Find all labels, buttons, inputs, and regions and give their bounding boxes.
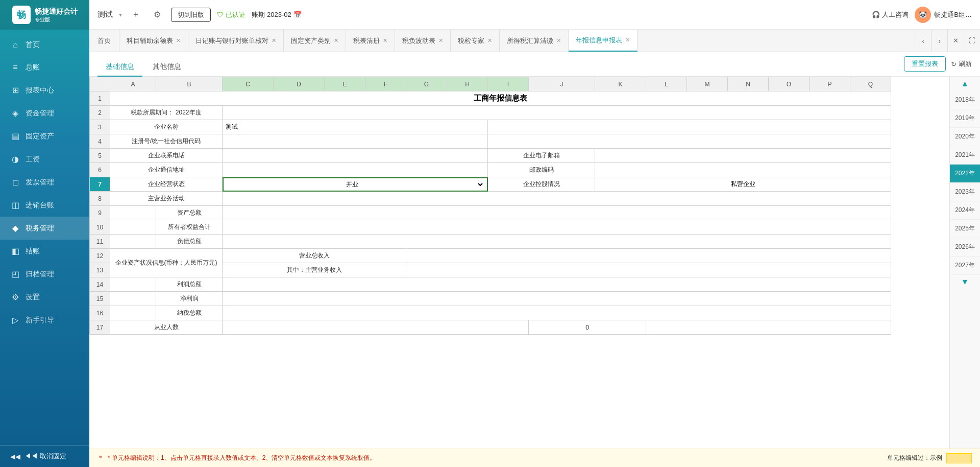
ledger-icon: ≡ xyxy=(10,63,20,72)
sidebar-item-invoice[interactable]: ◻ 发票管理 xyxy=(0,171,89,194)
sidebar-item-inout[interactable]: ◫ 进销台账 xyxy=(0,194,89,217)
col-H[interactable]: H xyxy=(447,77,488,91)
r15-value[interactable] xyxy=(223,292,891,306)
topbar-chevron-icon[interactable]: ▾ xyxy=(119,11,122,18)
r12-sub-value[interactable] xyxy=(406,249,891,263)
year-item-2023[interactable]: 2023年 xyxy=(950,183,980,201)
col-M[interactable]: M xyxy=(687,77,728,91)
r7-value-cell[interactable]: 开业 注销 吊销 迁出 撤销 xyxy=(223,177,488,192)
tab-journal[interactable]: 日记账与银行对账单核对 ✕ xyxy=(188,30,284,52)
col-J[interactable]: J xyxy=(529,77,595,91)
sidebar-item-assets[interactable]: ▤ 固定资产 xyxy=(0,125,89,148)
col-C[interactable]: C xyxy=(223,77,274,91)
sidebar-item-payroll[interactable]: ◑ 工资 xyxy=(0,148,89,171)
tab-close-icon[interactable]: ✕ xyxy=(176,37,181,44)
r8-value[interactable] xyxy=(223,192,891,206)
year-item-2020[interactable]: 2020年 xyxy=(950,128,980,146)
year-item-2027[interactable]: 2027年 xyxy=(950,256,980,275)
tab-next-button[interactable]: › xyxy=(931,30,947,52)
r7-right-value[interactable]: 私营企业 xyxy=(595,177,891,192)
sub-tab-basic[interactable]: 基础信息 xyxy=(97,58,142,77)
sidebar-item-archive[interactable]: ◰ 归档管理 xyxy=(0,263,89,286)
sidebar-item-home[interactable]: ⌂ 首页 xyxy=(0,34,89,56)
col-N[interactable]: N xyxy=(728,77,769,91)
sidebar-item-closing[interactable]: ◧ 结账 xyxy=(0,240,89,263)
tab-label: 年报信息申报表 xyxy=(576,36,622,45)
r17-value-left[interactable] xyxy=(223,320,529,335)
col-F[interactable]: F xyxy=(365,77,406,91)
topbar-settings-button[interactable]: ⚙ xyxy=(150,7,165,22)
r16-value[interactable] xyxy=(223,306,891,320)
tab-close-all-button[interactable]: ✕ xyxy=(947,30,964,52)
tab-close-icon[interactable]: ✕ xyxy=(625,37,630,43)
col-G[interactable]: G xyxy=(406,77,447,91)
year-item-2026[interactable]: 2026年 xyxy=(950,238,980,256)
topbar-old-version-button[interactable]: 切到旧版 xyxy=(171,8,211,22)
calendar-icon[interactable]: 📅 xyxy=(293,11,302,18)
sidebar-item-funds[interactable]: ◈ 资金管理 xyxy=(0,102,89,125)
tab-close-icon[interactable]: ✕ xyxy=(438,37,443,44)
col-Q[interactable]: Q xyxy=(850,77,891,91)
tab-income-tax[interactable]: 所得税汇算清缴 ✕ xyxy=(500,30,569,52)
r9-value[interactable] xyxy=(223,206,891,220)
col-P[interactable]: P xyxy=(810,77,850,91)
sub-tab-other[interactable]: 其他信息 xyxy=(144,58,189,77)
tab-close-icon[interactable]: ✕ xyxy=(272,37,276,44)
tab-close-icon[interactable]: ✕ xyxy=(334,37,338,44)
tab-annual-report[interactable]: 年报信息申报表 ✕ xyxy=(569,30,638,52)
sidebar-item-ledger[interactable]: ≡ 总账 xyxy=(0,56,89,79)
tab-fixed-assets[interactable]: 固定资产类别 ✕ xyxy=(284,30,346,52)
col-K[interactable]: K xyxy=(595,77,646,91)
sidebar-item-guide[interactable]: ▷ 新手引导 xyxy=(0,309,89,332)
tab-prev-button[interactable]: ‹ xyxy=(915,30,931,52)
topbar-user-menu[interactable]: 🐼 畅捷通B组… xyxy=(915,7,972,23)
spreadsheet-main[interactable]: A B C D E F G H I J K L M N O xyxy=(89,77,949,449)
r7-dropdown[interactable]: 开业 注销 吊销 迁出 撤销 xyxy=(226,180,484,189)
year-scroll-down-button[interactable]: ▼ xyxy=(950,275,980,289)
year-item-2022[interactable]: 2022年 xyxy=(950,165,980,183)
sidebar-item-reports[interactable]: ⊞ 报表中心 xyxy=(0,79,89,102)
year-item-2024[interactable]: 2024年 xyxy=(950,201,980,220)
year-item-2018[interactable]: 2018年 xyxy=(950,91,980,109)
tab-tax-burden[interactable]: 税负波动表 ✕ xyxy=(395,30,451,52)
r5-value[interactable] xyxy=(223,149,488,163)
tab-expand-button[interactable]: ⛶ xyxy=(964,30,980,52)
col-D[interactable]: D xyxy=(274,77,325,91)
r7-select[interactable]: 开业 注销 吊销 迁出 撤销 xyxy=(226,180,484,189)
year-item-2021[interactable]: 2021年 xyxy=(950,146,980,165)
title-cell[interactable]: 工商年报信息表 xyxy=(110,91,891,106)
r11-value[interactable] xyxy=(223,235,891,249)
col-A[interactable]: A xyxy=(110,77,156,91)
reset-button[interactable]: 重置报表 xyxy=(904,56,946,72)
r13-sub-value[interactable] xyxy=(406,263,891,277)
grid-table: A B C D E F G H I J K L M N O xyxy=(89,77,891,335)
r6-right-value[interactable] xyxy=(595,163,891,177)
tab-auxiliary[interactable]: 科目辅助余额表 ✕ xyxy=(119,30,188,52)
tab-close-icon[interactable]: ✕ xyxy=(383,37,387,44)
tab-tax-table[interactable]: 税表清册 ✕ xyxy=(346,30,395,52)
r10-value[interactable] xyxy=(223,220,891,235)
sidebar-item-settings[interactable]: ⚙ 设置 xyxy=(0,286,89,309)
col-B[interactable]: B xyxy=(156,77,223,91)
topbar-add-button[interactable]: ＋ xyxy=(128,7,143,22)
r3-value[interactable]: 测试 xyxy=(223,120,488,134)
year-item-2019[interactable]: 2019年 xyxy=(950,109,980,128)
col-I[interactable]: I xyxy=(488,77,529,91)
col-O[interactable]: O xyxy=(769,77,810,91)
r6-value[interactable] xyxy=(223,163,488,177)
r4-value[interactable] xyxy=(223,134,488,149)
tab-home[interactable]: 首页 xyxy=(89,30,119,52)
tab-close-icon[interactable]: ✕ xyxy=(556,37,561,44)
r14-value[interactable] xyxy=(223,277,891,292)
topbar-service-button[interactable]: 🎧 人工咨询 xyxy=(872,10,909,19)
tab-tax-inspection[interactable]: 税检专家 ✕ xyxy=(451,30,500,52)
tab-close-icon[interactable]: ✕ xyxy=(487,37,492,44)
year-scroll-up-button[interactable]: ▲ xyxy=(950,77,980,91)
col-E[interactable]: E xyxy=(325,77,365,91)
refresh-button[interactable]: ↻ 刷新 xyxy=(951,59,972,68)
sidebar-item-tax[interactable]: ◆ 税务管理 xyxy=(0,217,89,240)
r5-right-value[interactable] xyxy=(595,149,891,163)
col-L[interactable]: L xyxy=(646,77,687,91)
year-item-2025[interactable]: 2025年 xyxy=(950,220,980,238)
sidebar-pin-toggle[interactable]: ◀◀ ◀◀ 取消固定 xyxy=(0,445,89,467)
